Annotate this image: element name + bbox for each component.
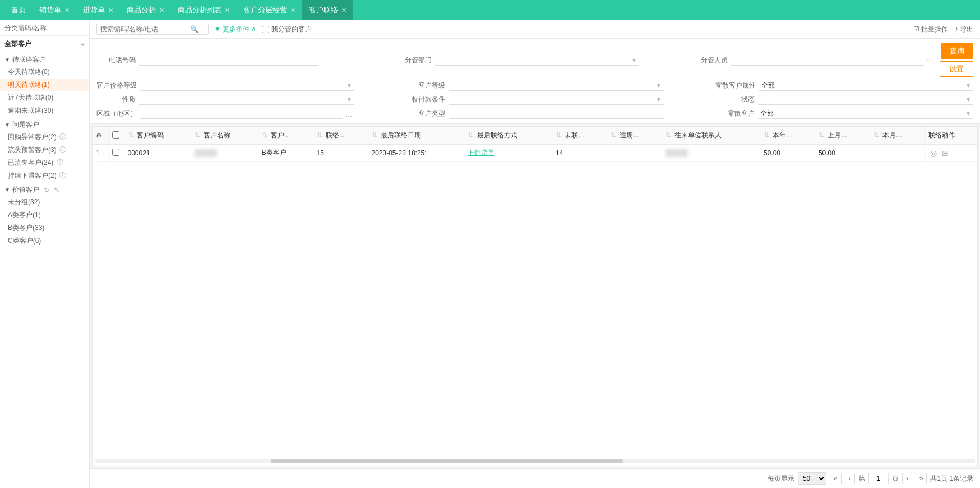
value-refresh-icon[interactable]: ↻ [44,186,49,194]
nav-home[interactable]: 首页 [4,0,33,20]
th-uncontacted[interactable]: ⇅ 未联... [552,127,607,145]
sort-code-icon: ⇅ [128,131,133,139]
close-product-analysis-list-icon[interactable]: ✕ [225,7,230,14]
row-checkbox[interactable] [112,149,119,156]
sidebar-item-churned[interactable]: 已流失客户(24) ⓘ [0,156,89,169]
region-dots-button[interactable]: ... [343,109,354,118]
filter-status-select[interactable] [758,94,973,105]
page-size-select[interactable]: 50 10 20 100 [798,472,826,485]
filter-price-level-select[interactable] [140,80,354,91]
page-number-input[interactable] [868,473,889,484]
filter-phone-input[interactable] [139,55,318,66]
filter-manager-input[interactable] [731,55,924,66]
next-page-button[interactable]: › [902,473,912,484]
sidebar-item-7days-contact[interactable]: 近7天待联络(0) [0,91,89,104]
filter-customer-type-input[interactable] [449,108,664,119]
filter-nature-select[interactable] [139,94,354,105]
select-all-checkbox[interactable] [112,131,119,139]
th-this-month[interactable]: ⇅ 本月... [870,127,924,145]
sidebar-item-class-a[interactable]: A类客户(1) [0,209,89,222]
horizontal-scrollbar[interactable] [95,459,975,463]
filter-region-label: 区域（地区） [96,109,137,118]
filter-retail-attr-select[interactable]: 全部 [759,80,973,91]
filter-price-level-label: 客户价格等级 [96,81,137,90]
filter-retail-customer-select[interactable]: 全部 [758,108,973,119]
cell-overdue [607,145,662,162]
export-button[interactable]: ↑ 导出 [955,25,973,34]
settings-icon[interactable]: ⚙ [96,132,102,140]
sidebar-item-declining[interactable]: 持续下滑客户(2) ⓘ [0,169,89,182]
th-settings[interactable]: ⚙ [93,127,108,145]
nav-purchase-order[interactable]: 进货单 ✕ [76,0,120,20]
sidebar-item-today-contact[interactable]: 今天待联络(0) [0,66,89,79]
filter-region-input[interactable] [140,108,343,119]
more-filters-button[interactable]: ▼ 更多条件 ∧ [214,25,256,34]
table-row: 1 000021 B类客户 15 2023-05-23 18:25: 下销 [93,145,977,162]
search-bar-icon[interactable]: 🔍 [190,25,198,33]
manager-dots-button[interactable]: ··· [924,56,935,65]
settings-button[interactable]: 设置 [940,61,973,77]
nav-customer-contact[interactable]: 客户联络 ✕ [302,0,353,20]
close-customer-contact-icon[interactable]: ✕ [341,7,346,14]
data-table-wrap: ⚙ ⇅ 客户编码 ⇅ 客户名称 [92,126,978,466]
close-product-analysis-icon[interactable]: ✕ [159,7,164,14]
nav-customer-layered[interactable]: 客户分层经营 ✕ [237,0,302,20]
cell-no: 1 [93,145,108,162]
filter-customer-level-select[interactable] [449,80,664,91]
filter-dept-select[interactable] [435,55,639,66]
cell-this-month [870,145,924,162]
th-name[interactable]: ⇅ 客户名称 [191,127,258,145]
th-checkbox [108,127,124,145]
content-area: 🔍 ▼ 更多条件 ∧ 我分管的客户 ☑ 批量操作 ↑ 导出 [90,20,980,488]
filter-retail-customer: 零散客户 全部 ▼ [715,108,973,119]
action-icon-1[interactable]: ◎ [930,149,937,158]
th-last-month[interactable]: ⇅ 上月... [815,127,870,145]
nav-product-analysis-list[interactable]: 商品分析列表 ✕ [171,0,237,20]
sidebar-item-churn-warning[interactable]: 流失预警客户(3) ⓘ [0,144,89,156]
th-last-method[interactable]: ⇅ 最后联络方式 [464,127,552,145]
value-edit-icon[interactable]: ✎ [54,186,59,194]
th-contacts[interactable]: ⇅ 联络... [313,127,368,145]
sidebar-all-customers[interactable]: 全部客户 « [0,36,89,52]
sidebar-value-section[interactable]: ▼ 价值客户 ↻ ✎ [0,182,89,196]
sidebar-pending-section[interactable]: ▼ 待联络客户 [0,52,89,66]
my-customers-checkbox[interactable] [262,26,269,33]
sidebar-item-class-c[interactable]: C类客户(6) [0,234,89,247]
filter-nature-wrap: ▼ [139,94,354,105]
th-action: 联络动作 [924,127,977,145]
cell-partner [662,145,760,162]
sort-partner-icon: ⇅ [665,131,671,139]
sidebar-problem-section[interactable]: ▼ 问题客户 [0,117,89,131]
batch-operate-button[interactable]: ☑ 批量操作 [913,25,948,34]
cell-last-method[interactable]: 下销货单 [464,145,552,162]
sidebar-item-tomorrow-contact[interactable]: 明天待联络(1) [0,79,89,91]
close-purchase-order-icon[interactable]: ✕ [108,7,113,14]
sort-overdue-icon: ⇅ [611,131,616,139]
sidebar-item-repurchase-abnormal[interactable]: 回购异常客户(2) ⓘ [0,131,89,144]
th-overdue[interactable]: ⇅ 逾期... [607,127,662,145]
action-icon-2[interactable]: ⊞ [942,149,949,158]
sidebar-item-ungrouped[interactable]: 未分组(32) [0,196,89,209]
filter-payment-wrap: ▼ [449,94,664,105]
search-input[interactable] [100,25,190,33]
filter-payment-select[interactable] [449,94,664,105]
filter-status-wrap: ▼ [758,94,973,105]
th-partner[interactable]: ⇅ 往来单位联系人 [662,127,760,145]
th-level[interactable]: ⇅ 客户... [258,127,313,145]
th-code[interactable]: ⇅ 客户编码 [124,127,191,145]
last-method-link[interactable]: 下销货单 [468,149,494,156]
prev-page-button[interactable]: ‹ [845,473,855,484]
first-page-button[interactable]: « [830,473,842,484]
th-this-year[interactable]: ⇅ 本年... [760,127,815,145]
close-sales-order-icon[interactable]: ✕ [64,7,70,14]
query-button[interactable]: 查询 [941,43,973,59]
nav-sales-order[interactable]: 销货单 ✕ [33,0,76,20]
last-page-button[interactable]: » [916,473,927,484]
nav-product-analysis[interactable]: 商品分析 ✕ [120,0,171,20]
th-last-date[interactable]: ⇅ 最后联络日期 [368,127,464,145]
sidebar-item-class-b[interactable]: B类客户(33) [0,222,89,234]
sidebar-search-input[interactable] [4,24,89,32]
scroll-thumb[interactable] [271,459,623,463]
sidebar-item-overdue-contact[interactable]: 逾期未联络(30) [0,104,89,117]
close-customer-layered-icon[interactable]: ✕ [290,7,295,14]
